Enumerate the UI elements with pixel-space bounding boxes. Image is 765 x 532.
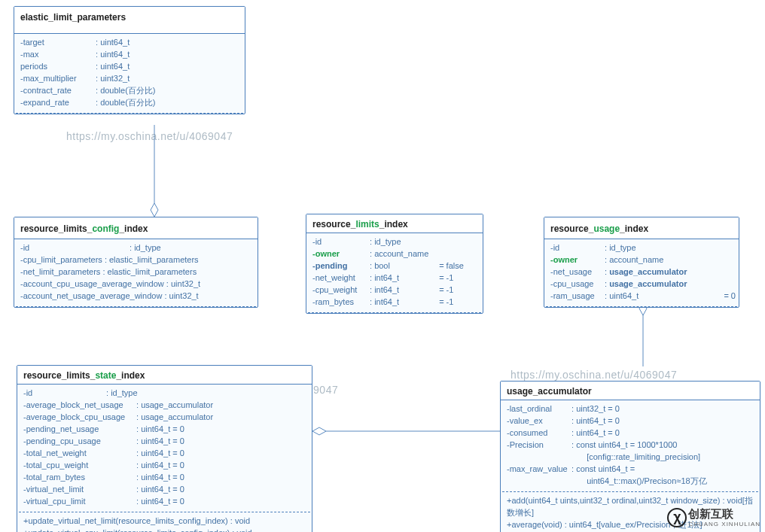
attr-row: -account_net_usage_average_window : uint… (20, 290, 254, 302)
attr-row: -value_ex: uint64_t = 0 (507, 415, 757, 427)
attr-row: -owner: account_name (550, 254, 736, 266)
attr-row: -average_block_cpu_usage: usage_accumula… (23, 411, 309, 423)
attr-row: -average_block_net_usage: usage_accumula… (23, 399, 309, 411)
method-row: +update_virtual_cpu_limit(resource_limit… (23, 527, 309, 532)
attr-row: -expand_rate: double(百分比) (20, 96, 242, 108)
attr-row: -virtual_net_limit: uint64_t = 0 (23, 483, 309, 495)
class-title: resource_limits_index (306, 214, 483, 233)
svg-marker-5 (312, 427, 326, 435)
attr-row: -id : id_type (20, 242, 254, 254)
attr-row: -owner: account_name (312, 248, 480, 260)
logo-text: 创新互联 (688, 507, 733, 520)
attr-row: -virtual_cpu_limit: uint64_t = 0 (23, 495, 309, 507)
attr-row: -max_multiplier: uint32_t (20, 72, 242, 84)
attr-row: -pending_net_usage: uint64_t = 0 (23, 423, 309, 435)
class-body: -id: id_type-owner: account_name-pending… (306, 233, 483, 312)
class-title: elastic_limit_parameters (14, 7, 245, 33)
attr-row: -Precision: const uint64_t = 1000*1000 (507, 439, 757, 451)
attr-row: -ram_usage: uint64_t= 0 (550, 290, 736, 302)
attr-row: -net_limit_parameters : elastic_limit_pa… (20, 266, 254, 278)
attr-row: uint64_t::max()/Precison≈18万亿 (507, 475, 757, 487)
logo: 创新互联 CHUANG XINHULIAN (667, 507, 760, 527)
attr-row: -max: uint64_t (20, 48, 242, 60)
attr-row: -cpu_limit_parameters : elastic_limit_pa… (20, 254, 254, 266)
class-resource-usage-index: resource_usage_index -id: id_type-owner:… (544, 217, 739, 308)
watermark-3: https://my.oschina.net/u/4069047 (511, 369, 677, 381)
attr-row: -id: id_type (23, 387, 309, 399)
class-title: usage_accumulator (501, 382, 760, 400)
attr-row: -pending: bool= false (312, 260, 480, 272)
class-body: -id : id_type-cpu_limit_parameters : ela… (14, 239, 258, 306)
attr-row: -account_cpu_usage_average_window : uint… (20, 278, 254, 290)
class-body: -last_ordinal: uint32_t = 0-value_ex: ui… (501, 400, 760, 491)
attr-row: -max_raw_value: const uint64_t = (507, 463, 757, 475)
class-resource-limits-index: resource_limits_index -id: id_type-owner… (306, 214, 483, 314)
class-methods: +update_virtual_net_limit(resource_limit… (17, 512, 312, 532)
method-row: +update_virtual_net_limit(resource_limit… (23, 515, 309, 527)
class-elastic-limit-parameters: elastic_limit_parameters -target: uint64… (14, 6, 245, 114)
attr-row: -cpu_weight: int64_t= -1 (312, 284, 480, 296)
attr-row: -id: id_type (312, 236, 480, 248)
attr-row: -net_usage: usage_accumulator (550, 266, 736, 278)
class-title: resource_limits_state_index (17, 366, 312, 384)
attr-row: -net_weight: int64_t= -1 (312, 272, 480, 284)
attr-row: -ram_bytes: int64_t= -1 (312, 296, 480, 308)
class-title: resource_usage_index (544, 217, 739, 239)
attr-row: -cpu_usage: usage_accumulator (550, 278, 736, 290)
attr-row: -total_cpu_weight: uint64_t = 0 (23, 459, 309, 471)
attr-row: periods: uint64_t (20, 60, 242, 72)
class-body: -target: uint64_t-max: uint64_tperiods: … (14, 34, 245, 113)
class-body: -id: id_type-owner: account_name-net_usa… (544, 239, 739, 306)
attr-row: -total_net_weight: uint64_t = 0 (23, 447, 309, 459)
class-title: resource_limits_config_index (14, 217, 258, 239)
attr-row: -target: uint64_t (20, 36, 242, 48)
attr-row: [config::rate_limiting_precision] (507, 451, 757, 463)
attr-row: -consumed: uint64_t = 0 (507, 427, 757, 439)
attr-row: -total_ram_bytes: uint64_t = 0 (23, 471, 309, 483)
watermark-1: https://my.oschina.net/u/4069047 (66, 130, 233, 142)
class-resource-limits-state-index: resource_limits_state_index -id: id_type… (17, 365, 312, 532)
svg-marker-1 (151, 203, 158, 217)
logo-sub: CHUANG XINHULIAN (688, 521, 760, 527)
attr-row: -last_ordinal: uint32_t = 0 (507, 403, 757, 415)
logo-icon (667, 508, 687, 527)
attr-row: -contract_rate: double(百分比) (20, 84, 242, 96)
class-body: -id: id_type-average_block_net_usage: us… (17, 385, 312, 512)
attr-row: -id: id_type (550, 242, 736, 254)
attr-row: -pending_cpu_usage: uint64_t = 0 (23, 435, 309, 447)
class-resource-limits-config-index: resource_limits_config_index -id : id_ty… (14, 217, 258, 308)
